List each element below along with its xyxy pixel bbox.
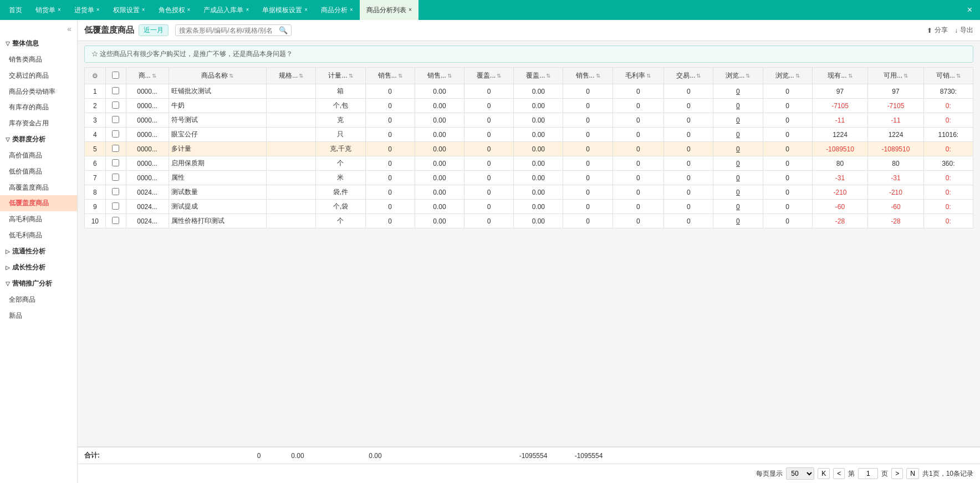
col-stock[interactable]: 现有...⇅ [812,68,867,84]
nav-home[interactable]: 首页 [2,0,29,20]
col-sellable[interactable]: 可销...⇅ [923,68,973,84]
select-all-checkbox[interactable] [112,72,119,79]
row-checkbox-cell[interactable] [105,214,126,228]
row-name[interactable]: 测试提成 [169,200,267,214]
row-checkbox[interactable] [112,174,119,181]
row-checkbox-cell[interactable] [105,200,126,214]
col-cover1[interactable]: 覆盖...⇅ [465,68,514,84]
row-browse1[interactable]: 0 [713,99,763,113]
nav-roles[interactable]: 角色授权 × [152,0,197,20]
sidebar-item-all-goods[interactable]: 全部商品 [0,292,77,308]
sidebar-item-sales-goods[interactable]: 销售类商品 [0,52,77,68]
sidebar-item-stocked-goods[interactable]: 有库存的商品 [0,99,77,115]
row-browse1[interactable]: 0 [713,142,763,156]
sidebar-section-liquidity[interactable]: ▷ 流通性分析 [0,243,77,260]
row-browse1[interactable]: 0 [713,113,763,128]
close-all-button[interactable]: × [962,5,978,15]
sidebar-item-high-margin[interactable]: 高毛利商品 [0,211,77,227]
prev-page-button[interactable]: < [833,468,845,479]
search-input[interactable] [179,27,279,34]
col-margin[interactable]: 毛利率⇅ [612,68,664,84]
next-page-button[interactable]: > [891,468,903,479]
row-checkbox-cell[interactable] [105,156,126,171]
col-sales-qty[interactable]: 销售...⇅ [365,68,415,84]
col-sales3[interactable]: 销售...⇅ [563,68,612,84]
row-browse1[interactable]: 0 [713,185,763,200]
sidebar-section-overall[interactable]: ▽ 整体信息 [0,35,77,52]
col-browse1[interactable]: 浏览...⇅ [713,68,763,84]
col-cover2[interactable]: 覆盖...⇅ [514,68,563,84]
row-checkbox[interactable] [112,130,119,138]
sidebar-item-traded-goods[interactable]: 交易过的商品 [0,68,77,84]
row-name[interactable]: 旺铺批次测试 [169,84,267,99]
current-page-input[interactable] [858,468,878,479]
nav-production[interactable]: 产成品入库单 × [197,0,256,20]
sidebar-item-new-goods[interactable]: 新品 [0,308,77,324]
row-checkbox[interactable] [112,87,119,94]
col-code[interactable]: 商...⇅ [126,68,169,84]
col-name[interactable]: 商品名称⇅ [169,68,267,84]
row-browse1[interactable]: 0 [713,128,763,142]
row-browse1[interactable]: 0 [713,84,763,99]
sidebar-item-low-margin[interactable]: 低毛利商品 [0,227,77,243]
sidebar-item-category-rate[interactable]: 商品分类动销率 [0,84,77,100]
row-checkbox[interactable] [112,188,119,195]
row-name[interactable]: 属性 [169,171,267,185]
nav-analysis-list[interactable]: 商品分析列表 × [360,0,418,20]
col-settings[interactable]: ⚙ [85,68,106,84]
col-browse2[interactable]: 浏览...⇅ [763,68,812,84]
row-checkbox-cell[interactable] [105,185,126,200]
row-checkbox-cell[interactable] [105,171,126,185]
row-name[interactable]: 多计量 [169,142,267,156]
row-checkbox-cell[interactable] [105,99,126,113]
row-name[interactable]: 眼宝公仔 [169,128,267,142]
row-browse1[interactable]: 0 [713,214,763,228]
sidebar-collapse-button[interactable]: « [65,24,74,33]
row-checkbox[interactable] [112,145,119,152]
row-browse1[interactable]: 0 [713,171,763,185]
row-browse1[interactable]: 0 [713,156,763,171]
row-checkbox-cell[interactable] [105,128,126,142]
row-name[interactable]: 启用保质期 [169,156,267,171]
share-button[interactable]: ⬆ 分享 [927,26,948,35]
col-unit[interactable]: 计量...⇅ [316,68,365,84]
sidebar-item-low-coverage[interactable]: 低覆盖度商品 [0,195,77,211]
col-trade[interactable]: 交易...⇅ [664,68,713,84]
row-checkbox-cell[interactable] [105,142,126,156]
row-browse1[interactable]: 0 [713,200,763,214]
row-checkbox[interactable] [112,116,119,123]
period-tag[interactable]: 近一月 [139,24,169,36]
row-checkbox-cell[interactable] [105,113,126,128]
row-checkbox[interactable] [112,217,119,224]
nav-analysis[interactable]: 商品分析 × [314,0,360,20]
sidebar-section-cluster[interactable]: ▽ 类群度分析 [0,131,77,148]
nav-sales[interactable]: 销货单 × [29,0,68,20]
per-page-select[interactable]: 50 100 200 [786,467,814,480]
col-checkbox[interactable] [105,68,126,84]
col-available[interactable]: 可用...⇅ [868,68,923,84]
col-spec[interactable]: 规格...⇅ [267,68,316,84]
sidebar-item-high-coverage[interactable]: 高覆盖度商品 [0,180,77,196]
row-name[interactable]: 符号测试 [169,113,267,128]
nav-permissions[interactable]: 权限设置 × [106,0,152,20]
settings-icon[interactable]: ⚙ [92,72,98,80]
col-sales-amt[interactable]: 销售...⇅ [415,68,464,84]
sidebar-item-stock-capital[interactable]: 库存资金占用 [0,115,77,131]
export-button[interactable]: ↓ 导出 [955,26,973,35]
sidebar-item-low-value[interactable]: 低价值商品 [0,164,77,180]
row-name[interactable]: 测试数量 [169,185,267,200]
row-checkbox[interactable] [112,202,119,210]
row-name[interactable]: 属性价格打印测试 [169,214,267,228]
nav-templates[interactable]: 单据模板设置 × [256,0,314,20]
sidebar-section-marketing[interactable]: ▽ 营销推广分析 [0,276,77,292]
row-checkbox[interactable] [112,101,119,109]
row-checkbox-cell[interactable] [105,84,126,99]
row-available: -28 [868,214,923,228]
sidebar-item-high-value[interactable]: 高价值商品 [0,148,77,164]
row-checkbox[interactable] [112,159,119,166]
last-page-button[interactable]: N [906,468,919,479]
row-name[interactable]: 牛奶 [169,99,267,113]
nav-purchase[interactable]: 进货单 × [68,0,106,20]
first-page-button[interactable]: K [818,468,830,479]
sidebar-section-growth[interactable]: ▷ 成长性分析 [0,260,77,276]
